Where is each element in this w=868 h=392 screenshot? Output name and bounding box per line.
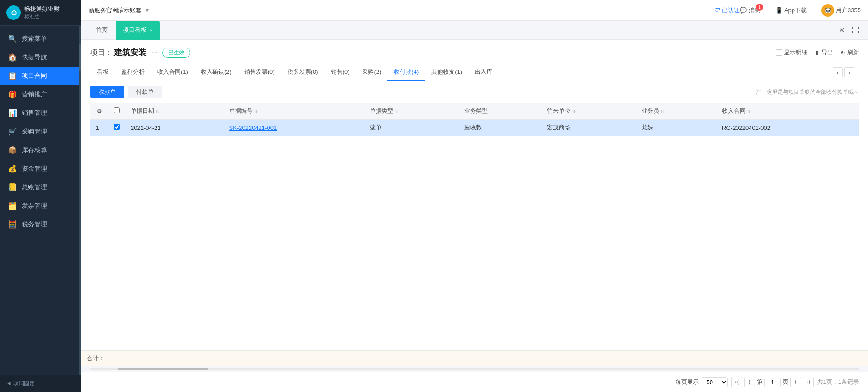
col-header-number[interactable]: 单据编号⇅ bbox=[224, 103, 364, 120]
project-more-button[interactable]: ··· bbox=[152, 48, 158, 57]
shield-icon: 🛡 bbox=[714, 7, 720, 14]
sort-icon-contract: ⇅ bbox=[747, 109, 750, 114]
sub-tab-profit[interactable]: 盈利分析 bbox=[115, 64, 151, 81]
settings-icon[interactable]: ⚙ bbox=[97, 108, 102, 115]
scrollbar-track[interactable] bbox=[90, 368, 859, 370]
sort-icon-type: ⇅ bbox=[395, 109, 398, 114]
search-icon: 🔍 bbox=[8, 34, 17, 43]
row-index: 1 bbox=[90, 120, 108, 136]
sidebar-item-tax-mgmt[interactable]: 🧮税务管理 bbox=[0, 215, 79, 234]
project-title: 建筑安装 bbox=[114, 47, 146, 58]
topbar-project[interactable]: 新服务官网演示账套 ▼ bbox=[89, 6, 707, 14]
page-total: 共1页，1条记录 bbox=[817, 378, 859, 386]
refresh-button[interactable]: ↻ 刷新 bbox=[840, 48, 859, 57]
page-suffix: 页 bbox=[783, 378, 788, 386]
sub-tab-purchase[interactable]: 采购(2) bbox=[356, 64, 387, 81]
export-icon: ⬆ bbox=[815, 49, 820, 56]
sidebar-unpin-button[interactable]: ◄ 取消固定 bbox=[0, 375, 81, 392]
sub-tab-income-confirm[interactable]: 收入确认(2) bbox=[194, 64, 238, 81]
fund-mgmt-icon: 💰 bbox=[8, 164, 17, 173]
page-size-select[interactable]: 50 100 bbox=[701, 377, 728, 387]
table-checkbox-header[interactable] bbox=[108, 103, 125, 120]
sub-tab-warehouse[interactable]: 出入库 bbox=[468, 64, 499, 81]
row-biz-type: 应收款 bbox=[459, 120, 542, 136]
sub-tab-tax-invoice[interactable]: 税务发票(0) bbox=[281, 64, 325, 81]
inner-tab-payment-bill[interactable]: 付款单 bbox=[128, 86, 162, 98]
app-logo: ⊙ bbox=[6, 5, 21, 20]
col-header-partner[interactable]: 往来单位⇅ bbox=[542, 103, 636, 120]
divider bbox=[768, 6, 768, 15]
record-number-link[interactable]: SK-20220421-001 bbox=[229, 124, 277, 131]
sub-tab-kanban[interactable]: 看板 bbox=[90, 64, 115, 81]
row-contract: RC-20220401-002 bbox=[717, 120, 859, 136]
sidebar-item-quick-nav[interactable]: 🏠快捷导航 bbox=[0, 48, 79, 67]
prev-page-button[interactable]: ⟨ bbox=[744, 377, 755, 387]
tab-bar: 首页项目看板×✕⛶ bbox=[81, 21, 868, 40]
show-detail-checkbox[interactable] bbox=[776, 49, 782, 56]
sidebar-item-project-contract[interactable]: 📋项目合同 bbox=[0, 67, 79, 85]
tab-home[interactable]: 首页 bbox=[89, 21, 115, 40]
sidebar-item-search[interactable]: 🔍搜索菜单 bbox=[0, 29, 79, 48]
project-header: 项目： 建筑安装 ··· 已生效 显示明细 ⬆ 导出 ↻ 刷新 bbox=[90, 47, 859, 58]
tab-bar-actions: ✕⛶ bbox=[837, 24, 861, 36]
horizontal-scrollbar[interactable] bbox=[81, 366, 868, 372]
table-settings-header[interactable]: ⚙ bbox=[90, 103, 108, 120]
app-download-button[interactable]: 📱 App下载 bbox=[775, 6, 807, 14]
inner-tab-receipt[interactable]: 收款单 bbox=[90, 86, 124, 98]
records-table: ⚙单据日期⇅单据编号⇅单据类型⇅业务类型往来单位⇅业务员⇅收入合同⇅ 1 202… bbox=[90, 103, 859, 136]
maximize-button[interactable]: ⛶ bbox=[850, 24, 861, 36]
table-wrapper[interactable]: ⚙单据日期⇅单据编号⇅单据类型⇅业务类型往来单位⇅业务员⇅收入合同⇅ 1 202… bbox=[90, 103, 859, 350]
col-header-date[interactable]: 单据日期⇅ bbox=[125, 103, 224, 120]
pagination: 每页显示 50 100 ⟨⟨ ⟨ 第 页 ⟩ ⟩⟩ 共1页，1条记录 bbox=[81, 372, 868, 392]
phone-icon: 📱 bbox=[775, 7, 783, 14]
sidebar-item-marketing[interactable]: 🎁营销推广 bbox=[0, 85, 79, 104]
sub-tab-other-income[interactable]: 其他收支(1) bbox=[425, 64, 468, 81]
sub-tabs-next-button[interactable]: › bbox=[844, 67, 854, 77]
tab-close-icon[interactable]: × bbox=[149, 27, 152, 33]
close-window-button[interactable]: ✕ bbox=[837, 24, 846, 36]
page-prefix: 第 bbox=[757, 378, 763, 386]
select-all-checkbox[interactable] bbox=[114, 107, 120, 113]
sidebar-item-fund-mgmt[interactable]: 💰资金管理 bbox=[0, 159, 79, 178]
tab-project-board[interactable]: 项目看板× bbox=[116, 21, 160, 40]
inventory-icon: 📦 bbox=[8, 146, 17, 154]
main-area: 新服务官网演示账套 ▼ 🛡 已认证 💬 消息 1 📱 App下载 🐼 用户335… bbox=[81, 0, 868, 392]
table-footer: 合计： bbox=[81, 350, 868, 366]
scrollbar-thumb[interactable] bbox=[118, 368, 208, 370]
project-status-badge: 已生效 bbox=[162, 48, 190, 58]
message-button[interactable]: 💬 消息 1 bbox=[740, 6, 760, 14]
sub-tabs-prev-button[interactable]: ‹ bbox=[833, 67, 843, 77]
sub-tabs-arrows: ‹› bbox=[833, 67, 854, 77]
page-number-input[interactable] bbox=[764, 378, 781, 387]
sidebar-item-invoice-mgmt[interactable]: 🗂️发票管理 bbox=[0, 196, 79, 215]
col-header-biz_type: 业务类型 bbox=[459, 103, 542, 120]
user-menu[interactable]: 🐼 用户3355 bbox=[821, 4, 861, 17]
last-page-button[interactable]: ⟩⟩ bbox=[803, 377, 814, 387]
topbar-project-name: 新服务官网演示账套 bbox=[89, 6, 142, 14]
page-size-selector[interactable]: 每页显示 50 100 bbox=[675, 377, 728, 387]
row-number: SK-20220421-001 bbox=[224, 120, 364, 136]
first-page-button[interactable]: ⟨⟨ bbox=[731, 377, 742, 387]
sidebar-item-sales-mgmt[interactable]: 📊销售管理 bbox=[0, 104, 79, 122]
sub-tab-payment[interactable]: 收付款(4) bbox=[387, 64, 425, 81]
sort-icon-partner: ⇅ bbox=[572, 109, 576, 114]
sub-tab-income-contract[interactable]: 收入合同(1) bbox=[151, 64, 194, 81]
sub-tab-sales-invoice[interactable]: 销售发票(0) bbox=[238, 64, 281, 81]
sub-tab-sales[interactable]: 销售(0) bbox=[325, 64, 356, 81]
col-header-contract[interactable]: 收入合同⇅ bbox=[717, 103, 859, 120]
topbar-dropdown-icon[interactable]: ▼ bbox=[144, 7, 150, 14]
row-salesman: 龙妹 bbox=[636, 120, 717, 136]
next-page-button[interactable]: ⟩ bbox=[790, 377, 801, 387]
col-header-type[interactable]: 单据类型⇅ bbox=[364, 103, 459, 120]
sidebar-item-inventory[interactable]: 📦库存核算 bbox=[0, 141, 79, 159]
sidebar-item-purchase-mgmt[interactable]: 🛒采购管理 bbox=[0, 122, 79, 141]
sidebar-scrollbar[interactable] bbox=[79, 26, 81, 375]
row-checkbox[interactable] bbox=[108, 120, 125, 136]
content-area: 首页项目看板×✕⛶ 项目： 建筑安装 ··· 已生效 显示明细 ⬆ 导出 bbox=[81, 21, 868, 392]
col-header-salesman[interactable]: 业务员⇅ bbox=[636, 103, 717, 120]
show-detail-action[interactable]: 显示明细 bbox=[776, 48, 807, 57]
sub-tabs: 看板盈利分析收入合同(1)收入确认(2)销售发票(0)税务发票(0)销售(0)采… bbox=[90, 64, 859, 81]
sidebar-item-ledger-mgmt[interactable]: 📒总账管理 bbox=[0, 178, 79, 196]
export-button[interactable]: ⬆ 导出 bbox=[815, 48, 833, 57]
table-row[interactable]: 1 2022-04-21 SK-20220421-001 蓝单 应收款 宏茂商场… bbox=[90, 120, 859, 136]
